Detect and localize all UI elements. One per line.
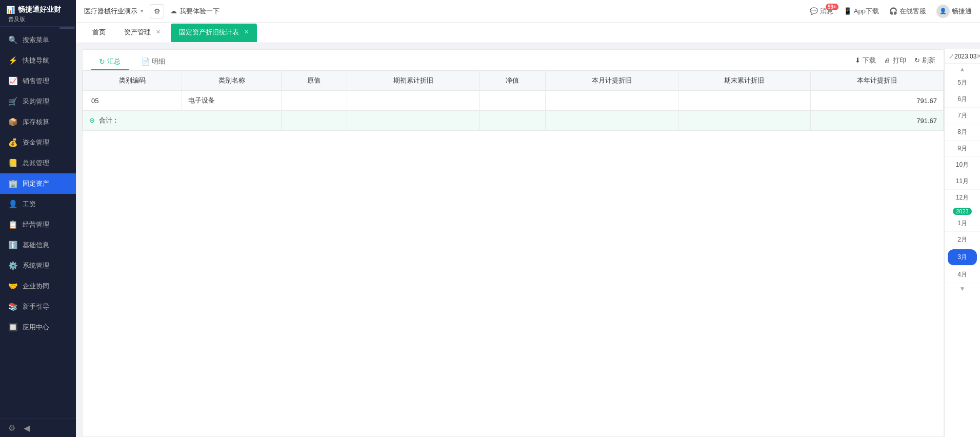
message-icon: 💬: [810, 7, 818, 15]
topbar-settings-button[interactable]: ⚙: [150, 4, 164, 18]
sidebar-label-search: 搜索菜单: [23, 35, 49, 45]
print-icon: 🖨: [884, 56, 891, 64]
tab-detail-label: 明细: [152, 57, 165, 66]
tab-detail[interactable]: 📄 明细: [133, 54, 173, 70]
sidebar-item-quicknav[interactable]: ⚡ 快捷导航: [0, 50, 76, 71]
sidebar-item-system[interactable]: ⚙️ 系统管理: [0, 255, 76, 276]
download-icon: ⬇: [855, 56, 861, 64]
sidebar-item-guide[interactable]: 📚 新手引导: [0, 296, 76, 317]
download-button[interactable]: ⬇ 下载: [855, 56, 876, 65]
close-panel-icon[interactable]: ✕: [976, 52, 980, 60]
content-area: ↻ 汇总 📄 明细 ⬇ 下载 🖨 打印: [76, 43, 980, 437]
col-header-closing-accum: 期末累计折旧: [678, 71, 811, 91]
date-month-3-active[interactable]: 3月: [948, 249, 977, 266]
sidebar-item-fixed[interactable]: 🏢 固定资产: [0, 173, 76, 194]
print-button[interactable]: 🖨 打印: [884, 56, 906, 65]
customer-service-button[interactable]: 🎧 在线客服: [889, 7, 926, 16]
col-header-opening-accum: 期初累计折旧: [347, 71, 479, 91]
sidebar-label-business: 经营管理: [23, 220, 49, 229]
sidebar-label-fixed: 固定资产: [23, 179, 49, 188]
tab-fixed-depreciation[interactable]: 固定资产折旧统计表 ✕: [171, 24, 257, 42]
sidebar-item-collab[interactable]: 🤝 企业协同: [0, 276, 76, 296]
support-label: 在线客服: [899, 7, 926, 16]
payroll-icon: 👤: [8, 200, 17, 209]
sidebar-label-ledger: 总账管理: [23, 158, 49, 168]
sidebar-label-collab: 企业协同: [23, 282, 49, 291]
date-month-2[interactable]: 2月: [945, 232, 980, 248]
refresh-button[interactable]: ↻ 刷新: [914, 56, 935, 65]
sidebar-label-guide: 新手引导: [23, 302, 49, 311]
tab-asset-mgmt-close[interactable]: ✕: [156, 29, 161, 35]
sidebar-item-basicinfo[interactable]: ℹ️ 基础信息: [0, 235, 76, 255]
sidebar-logo: 📊 畅捷通好业财 普及版: [0, 0, 76, 27]
sidebar: 📊 畅捷通好业财 普及版 🔍 搜索菜单 ⚡ 快捷导航 📈 销售管理 🛒 采购管理…: [0, 0, 76, 437]
subtotal-opening-accum: [347, 111, 479, 131]
tab-bar: 首页 资产管理 ✕ 固定资产折旧统计表 ✕: [76, 23, 980, 43]
tab-fixed-depreciation-close[interactable]: ✕: [244, 29, 249, 35]
experience-label: 我要体验一下: [179, 7, 219, 16]
sidebar-label-payroll: 工资: [23, 200, 36, 209]
notifications-button[interactable]: 💬 消息 99+: [810, 7, 833, 16]
user-profile-button[interactable]: 👤 畅捷通: [936, 5, 972, 18]
purchase-icon: 🛒: [8, 97, 17, 106]
subtotal-row: ⊕ 合计： 791.67: [83, 111, 944, 131]
date-month-6[interactable]: 6月: [945, 91, 980, 108]
sidebar-footer: ⚙ ◀: [0, 419, 76, 437]
date-month-1[interactable]: 1月: [945, 215, 980, 232]
tab-summary[interactable]: ↻ 汇总: [91, 54, 129, 70]
sidebar-item-purchase[interactable]: 🛒 采购管理: [0, 91, 76, 112]
date-month-9[interactable]: 9月: [945, 141, 980, 157]
date-month-7[interactable]: 7月: [945, 108, 980, 124]
date-next-nav[interactable]: ▼: [945, 283, 980, 294]
print-label: 打印: [893, 56, 906, 65]
sidebar-item-sales[interactable]: 📈 销售管理: [0, 71, 76, 91]
company-name: 医疗器械行业演示: [84, 7, 137, 16]
sidebar-label-basicinfo: 基础信息: [23, 241, 49, 250]
year-2023-label: 2023: [945, 206, 980, 215]
topbar-right: 💬 消息 99+ 📱 App下载 🎧 在线客服 👤 畅捷通: [810, 5, 972, 18]
collapse-sidebar-icon[interactable]: ◀: [24, 423, 30, 433]
subtotal-monthly: [545, 111, 678, 131]
date-month-8[interactable]: 8月: [945, 124, 980, 141]
sidebar-item-appcenter[interactable]: 🔲 应用中心: [0, 317, 76, 337]
subtotal-original: [281, 111, 347, 131]
date-prev-nav[interactable]: ▲: [945, 64, 980, 75]
cell-original: [281, 91, 347, 111]
experience-button[interactable]: ☁ 我要体验一下: [170, 7, 219, 16]
tab-home[interactable]: 首页: [84, 24, 114, 42]
refresh-icon: ↻: [914, 56, 920, 64]
sidebar-item-business[interactable]: 📋 经营管理: [0, 214, 76, 235]
download-label: 下载: [863, 56, 876, 65]
sidebar-item-inventory[interactable]: 📦 库存核算: [0, 112, 76, 132]
up-arrow-icon: ▲: [959, 66, 966, 73]
col-header-net: 净值: [479, 71, 545, 91]
date-month-11[interactable]: 11月: [945, 173, 980, 190]
headset-icon: 🎧: [889, 7, 897, 15]
cell-opening-accum: [347, 91, 479, 111]
settings-gear-icon[interactable]: ⚙: [8, 423, 15, 433]
sidebar-label-sales: 销售管理: [23, 76, 49, 86]
date-month-12[interactable]: 12月: [945, 190, 980, 206]
subtotal-text: 合计：: [99, 116, 119, 124]
date-month-5[interactable]: 5月: [945, 75, 980, 91]
report-subtabs: ↻ 汇总 📄 明细 ⬇ 下载 🖨 打印: [83, 50, 944, 70]
tab-home-label: 首页: [92, 28, 106, 37]
app-download-button[interactable]: 📱 App下载: [844, 7, 879, 16]
app-title: 📊 畅捷通好业财: [6, 5, 70, 14]
date-year-label-header: 2023.03: [954, 53, 976, 60]
sales-icon: 📈: [8, 76, 17, 86]
date-month-10[interactable]: 10月: [945, 157, 980, 173]
sidebar-item-search[interactable]: 🔍 搜索菜单: [0, 30, 76, 50]
sidebar-item-funds[interactable]: 💰 资金管理: [0, 132, 76, 153]
download-label: App下载: [854, 7, 879, 16]
tab-asset-mgmt-label: 资产管理: [124, 28, 151, 37]
expand-icon[interactable]: ⤢: [949, 52, 954, 60]
tab-asset-mgmt[interactable]: 资产管理 ✕: [116, 24, 169, 42]
sidebar-label-inventory: 库存核算: [23, 117, 49, 127]
company-selector[interactable]: 医疗器械行业演示 ▾: [84, 7, 144, 16]
sidebar-item-payroll[interactable]: 👤 工资: [0, 194, 76, 214]
main-area: 医疗器械行业演示 ▾ ⚙ ☁ 我要体验一下 💬 消息 99+ 📱 App下载 🎧…: [76, 0, 980, 437]
date-month-4[interactable]: 4月: [945, 267, 980, 283]
system-icon: ⚙️: [8, 261, 17, 270]
sidebar-item-ledger[interactable]: 📒 总账管理: [0, 153, 76, 173]
